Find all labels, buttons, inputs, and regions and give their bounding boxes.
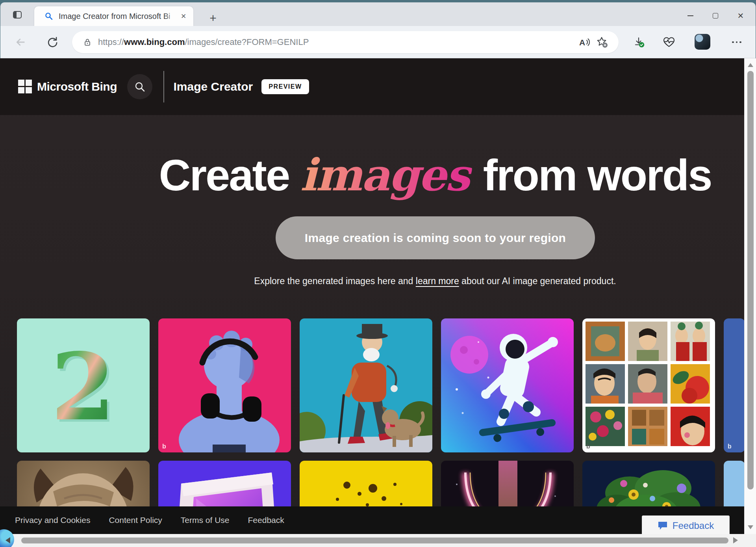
- bing-watermark: b: [728, 443, 732, 450]
- header-divider: [163, 71, 164, 102]
- product-title: Image Creator: [174, 80, 253, 93]
- brand-name[interactable]: Microsoft Bing: [37, 80, 117, 93]
- close-icon: ✕: [737, 11, 744, 20]
- scroll-left-arrow-icon[interactable]: [6, 537, 10, 543]
- feedback-bubble-icon: [658, 521, 668, 530]
- back-button[interactable]: [12, 34, 29, 50]
- gallery-image-blue-partial[interactable]: b: [724, 318, 744, 452]
- star-add-icon: [596, 36, 608, 48]
- back-arrow-icon: [15, 37, 26, 48]
- profile-avatar[interactable]: [695, 34, 710, 50]
- headline-post: from words: [472, 151, 712, 200]
- browser-tab[interactable]: Image Creator from Microsoft Bi ✕: [34, 6, 193, 26]
- horizontal-scrollbar[interactable]: [0, 534, 756, 547]
- gallery-image-statue-headphones[interactable]: b: [158, 318, 291, 452]
- url-scheme: https://: [98, 37, 124, 47]
- read-aloud-button[interactable]: A: [576, 33, 593, 51]
- tab-close-icon[interactable]: ✕: [178, 10, 189, 22]
- gallery-image-portrait-collage[interactable]: b: [582, 318, 715, 452]
- page-content: Microsoft Bing Image Creator PREVIEW Cre…: [0, 58, 756, 547]
- lock-icon: [83, 37, 92, 47]
- gallery-image-leafy-number-2[interactable]: 2 2: [17, 318, 150, 452]
- region-notice-text: Image creation is coming soon to your re…: [305, 231, 566, 245]
- hero-headline: Create images from words: [159, 149, 712, 201]
- tab-actions-icon: [13, 11, 22, 19]
- tab-title: Image Creator from Microsoft Bi: [59, 12, 178, 21]
- download-icon: [633, 36, 645, 48]
- close-window-button[interactable]: ✕: [728, 5, 753, 27]
- scroll-right-arrow-icon[interactable]: [733, 537, 738, 543]
- minimize-icon: [687, 15, 693, 16]
- browser-essentials-button[interactable]: [660, 33, 678, 51]
- tab-actions-menu-button[interactable]: [10, 7, 25, 22]
- footer-link-feedback[interactable]: Feedback: [248, 515, 284, 525]
- new-tab-button[interactable]: +: [206, 11, 220, 25]
- vertical-scrollbar[interactable]: [744, 58, 756, 534]
- microsoft-logo-icon: [18, 80, 32, 94]
- explore-text: Explore the generated images here and le…: [254, 276, 616, 287]
- read-aloud-icon: A: [578, 37, 591, 47]
- tab-strip: Image Creator from Microsoft Bi ✕ + ✕: [0, 2, 756, 26]
- tab-favicon-search-icon: [44, 12, 53, 20]
- refresh-button[interactable]: [44, 34, 60, 50]
- heart-pulse-icon: [663, 36, 675, 48]
- learn-more-link[interactable]: learn more: [416, 276, 459, 286]
- vertical-scrollbar-thumb[interactable]: [747, 71, 754, 489]
- maximize-button[interactable]: [703, 5, 728, 27]
- scroll-down-arrow-icon[interactable]: [748, 525, 753, 529]
- scroll-up-arrow-icon[interactable]: [748, 63, 753, 67]
- settings-menu-button[interactable]: [728, 33, 745, 51]
- headline-images-word: images: [300, 149, 472, 201]
- site-header: Microsoft Bing Image Creator PREVIEW: [0, 58, 756, 115]
- favorites-add-button[interactable]: [593, 33, 611, 51]
- url-text: https://www.bing.com/images/create?FORM=…: [98, 37, 309, 47]
- downloads-button[interactable]: [630, 33, 648, 51]
- refresh-icon: [46, 37, 57, 48]
- minimize-button[interactable]: [678, 5, 703, 27]
- ellipsis-icon: [732, 41, 741, 43]
- url-path: /images/create?FORM=GENILP: [185, 37, 309, 47]
- window-controls: ✕: [678, 5, 753, 28]
- maximize-icon: [713, 13, 718, 19]
- bing-watermark: b: [586, 443, 590, 450]
- feedback-button-label: Feedback: [673, 520, 714, 531]
- gallery-row-1: 2 2 b: [17, 318, 744, 452]
- search-icon: [134, 81, 146, 93]
- svg-text:A: A: [579, 38, 585, 47]
- footer-link-privacy[interactable]: Privacy and Cookies: [15, 515, 90, 525]
- explore-pre: Explore the generated images here and: [254, 276, 415, 286]
- horizontal-scrollbar-thumb[interactable]: [21, 538, 728, 543]
- bing-watermark: b: [162, 443, 166, 450]
- footer-link-terms[interactable]: Terms of Use: [181, 515, 230, 525]
- header-search-button[interactable]: [127, 74, 152, 99]
- headline-pre: Create: [159, 151, 300, 200]
- address-bar[interactable]: https://www.bing.com/images/create?FORM=…: [72, 31, 619, 53]
- region-notice-pill: Image creation is coming soon to your re…: [276, 216, 595, 259]
- gallery-image-old-man-walking-dog[interactable]: [300, 318, 432, 452]
- gallery-image-astronaut-skateboard[interactable]: [441, 318, 574, 452]
- explore-post: about our AI image generated product.: [459, 276, 616, 286]
- url-host: www.bing.com: [124, 37, 185, 47]
- feedback-button[interactable]: Feedback: [642, 515, 730, 536]
- svg-text:2: 2: [51, 332, 115, 441]
- footer-link-content-policy[interactable]: Content Policy: [109, 515, 162, 525]
- preview-badge: PREVIEW: [261, 79, 309, 94]
- browser-toolbar: https://www.bing.com/images/create?FORM=…: [0, 26, 756, 58]
